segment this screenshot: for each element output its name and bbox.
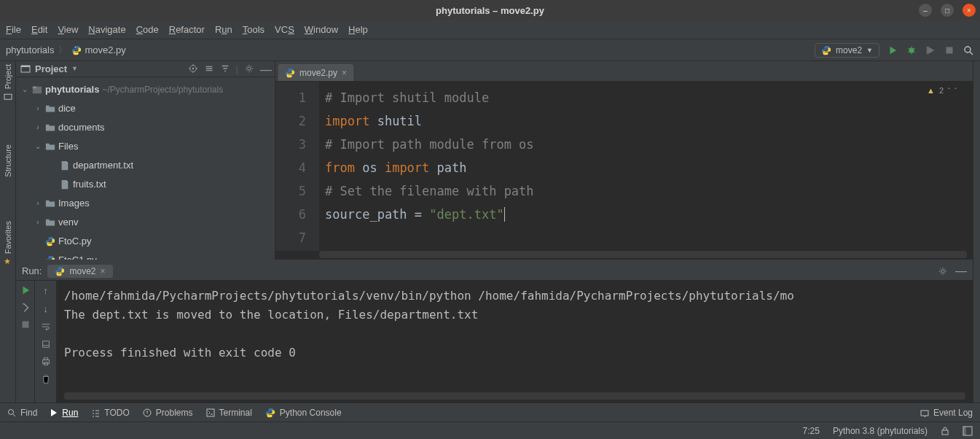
- collapse-all-icon[interactable]: [220, 63, 230, 74]
- coverage-button[interactable]: [925, 44, 936, 56]
- menu-view[interactable]: View: [58, 24, 78, 35]
- python-interpreter[interactable]: Python 3.8 (phytutorials): [833, 426, 928, 436]
- code-line[interactable]: from os import path: [325, 156, 973, 179]
- tool-problems[interactable]: Problems: [143, 408, 193, 418]
- locate-icon[interactable]: [188, 63, 198, 74]
- tree-row[interactable]: ›dice: [16, 99, 275, 118]
- tool-pyconsole[interactable]: Python Console: [265, 408, 342, 418]
- file-icon: [60, 179, 70, 190]
- menu-help[interactable]: Help: [348, 24, 368, 35]
- tree-row[interactable]: fruits.txt: [16, 175, 275, 194]
- editor-body[interactable]: 1234567 # Import shutil moduleimport shu…: [275, 82, 973, 251]
- hide-icon[interactable]: —: [260, 63, 270, 74]
- close-button[interactable]: ×: [963, 4, 976, 17]
- ide-icon[interactable]: [963, 426, 973, 436]
- delete-icon[interactable]: [41, 374, 51, 384]
- tree-row[interactable]: ›venv: [16, 213, 275, 232]
- tree-item-label: documents: [58, 120, 105, 136]
- hide-icon[interactable]: —: [955, 265, 967, 278]
- run-config-selector[interactable]: move2 ▼: [815, 43, 879, 58]
- tool-terminal[interactable]: Terminal: [206, 408, 252, 418]
- expand-icon[interactable]: ⌄: [20, 82, 29, 98]
- run-tab-label: move2: [69, 266, 95, 276]
- code-line[interactable]: source_path = "dept.txt": [325, 203, 973, 226]
- menu-window[interactable]: Window: [305, 24, 338, 35]
- run-button[interactable]: [887, 44, 898, 56]
- expand-icon[interactable]: ›: [34, 214, 42, 230]
- editor-tab[interactable]: move2.py ×: [278, 64, 353, 81]
- menu-tools[interactable]: Tools: [243, 24, 264, 35]
- run-tool-window: Run: move2 × —: [16, 260, 973, 403]
- menu-navigate[interactable]: Navigate: [88, 24, 125, 35]
- menu-code[interactable]: Code: [136, 24, 159, 35]
- code-area[interactable]: # Import shutil moduleimport shutil# Imp…: [319, 82, 973, 251]
- tree-row[interactable]: ›documents: [16, 118, 275, 137]
- right-tool-strip: [973, 61, 980, 403]
- project-tree[interactable]: ⌄ phytutorials ~/PycharmProjects/phytuto…: [16, 77, 275, 260]
- gear-icon[interactable]: [938, 266, 948, 276]
- menu-run[interactable]: Run: [215, 24, 232, 35]
- todo-icon: [91, 408, 100, 417]
- code-line[interactable]: # Import path module from os: [325, 133, 973, 156]
- python-icon: [55, 266, 65, 276]
- minimize-button[interactable]: –: [919, 4, 932, 17]
- expand-icon[interactable]: ›: [34, 101, 42, 117]
- tree-row[interactable]: department.txt: [16, 156, 275, 175]
- down-icon[interactable]: ↓: [43, 303, 48, 314]
- tool-eventlog-label: Event Log: [933, 408, 973, 418]
- caret-position[interactable]: 7:25: [803, 426, 820, 436]
- rerun-button[interactable]: [20, 285, 31, 295]
- left-tab-project[interactable]: Project: [4, 64, 12, 101]
- left-tab-structure[interactable]: Structure: [4, 144, 12, 177]
- gutter[interactable]: 1234567: [275, 82, 319, 251]
- tool-run[interactable]: Run: [50, 408, 78, 418]
- window-titlebar: phytutorials – move2.py – □ ×: [0, 0, 980, 20]
- code-line[interactable]: # Import shutil module: [325, 86, 973, 109]
- left-tab-favorites[interactable]: ★ Favorites: [3, 221, 12, 266]
- expand-icon[interactable]: ⌄: [34, 139, 42, 155]
- console-output[interactable]: /home/fahmida/PycharmProjects/phytutoria…: [57, 281, 973, 392]
- maximize-button[interactable]: □: [941, 4, 954, 17]
- project-tool-window: Project ▼ | — ⌄: [16, 61, 275, 260]
- menu-refactor[interactable]: Refactor: [169, 24, 205, 35]
- tool-todo[interactable]: TODO: [91, 408, 129, 418]
- up-icon[interactable]: ↑: [43, 285, 48, 296]
- menu-vcs[interactable]: VCS: [275, 24, 294, 35]
- expand-all-icon[interactable]: [204, 63, 214, 74]
- menu-file[interactable]: File: [6, 24, 21, 35]
- lock-icon[interactable]: [941, 427, 949, 435]
- scroll-end-icon[interactable]: [41, 339, 51, 349]
- modify-run-button[interactable]: [20, 303, 31, 313]
- project-header: Project ▼ | —: [16, 61, 275, 77]
- tree-row[interactable]: ›Images: [16, 194, 275, 213]
- gear-icon[interactable]: [244, 63, 254, 74]
- editor-horizontal-scrollbar[interactable]: [319, 251, 967, 258]
- tree-row[interactable]: FtoC1.py: [16, 251, 275, 260]
- breadcrumb-file-label: move2.py: [85, 44, 125, 55]
- menu-edit[interactable]: Edit: [31, 24, 47, 35]
- chevron-down-icon[interactable]: ▼: [71, 65, 78, 72]
- tree-row[interactable]: FtoC.py: [16, 232, 275, 251]
- tree-root[interactable]: ⌄ phytutorials ~/PycharmProjects/phytuto…: [16, 80, 275, 99]
- stop-button[interactable]: [21, 320, 30, 329]
- expand-icon[interactable]: ›: [34, 195, 42, 211]
- debug-button[interactable]: [906, 44, 917, 56]
- console-horizontal-scrollbar[interactable]: [64, 392, 965, 400]
- code-line[interactable]: # Set the filename with path: [325, 179, 973, 203]
- tool-find[interactable]: Find: [7, 408, 37, 418]
- expand-icon[interactable]: ›: [34, 120, 42, 136]
- run-tab[interactable]: move2 ×: [47, 265, 112, 278]
- print-icon[interactable]: [41, 357, 51, 367]
- code-line[interactable]: import shutil: [325, 109, 973, 133]
- tool-eventlog[interactable]: Event Log: [920, 408, 973, 418]
- stop-button[interactable]: [944, 44, 955, 56]
- soft-wrap-icon[interactable]: [41, 322, 51, 332]
- close-icon[interactable]: ×: [342, 68, 347, 78]
- breadcrumb-file[interactable]: move2.py: [71, 44, 125, 55]
- breadcrumb-root[interactable]: phytutorials: [6, 44, 54, 55]
- tree-row[interactable]: ⌄Files: [16, 137, 275, 156]
- terminal-icon: [206, 408, 215, 417]
- search-everywhere-button[interactable]: [963, 44, 974, 56]
- close-icon[interactable]: ×: [101, 266, 106, 276]
- inspection-badge[interactable]: ▲ 2 ˆ ˇ: [927, 86, 957, 95]
